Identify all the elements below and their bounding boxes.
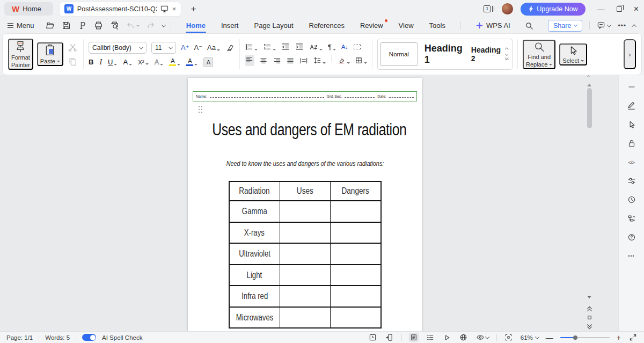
- reading-view-icon[interactable]: [442, 333, 452, 342]
- align-center-button[interactable]: [259, 56, 268, 64]
- more-tools-icon[interactable]: •••: [626, 252, 638, 260]
- justify-button[interactable]: [286, 56, 295, 64]
- font-color-button[interactable]: A: [186, 58, 197, 67]
- eye-comfort-button[interactable]: [475, 333, 489, 342]
- upgrade-now-button[interactable]: Upgrade Now: [521, 3, 585, 16]
- customize-qat-icon[interactable]: [161, 23, 165, 27]
- character-shading-button[interactable]: A: [203, 57, 213, 67]
- text-effects-button[interactable]: A: [155, 58, 164, 66]
- tab-home[interactable]: Home: [186, 19, 206, 32]
- browse-object-icon[interactable]: [586, 315, 594, 320]
- tab-references[interactable]: References: [309, 19, 345, 32]
- vertical-scrollbar[interactable]: ⁙: [585, 75, 595, 331]
- row-label-cell[interactable]: Ultraviolet: [229, 243, 280, 265]
- sort-button[interactable]: A↓: [341, 43, 348, 50]
- code-tools-icon[interactable]: </>: [626, 158, 638, 166]
- style-heading1[interactable]: Heading 1: [420, 43, 467, 65]
- row-label-cell[interactable]: Infra red: [229, 286, 280, 307]
- collapse-ribbon-icon[interactable]: [632, 24, 636, 28]
- collapse-panel-icon[interactable]: [626, 83, 638, 91]
- grow-font-button[interactable]: A⁺: [181, 43, 189, 52]
- bullets-button[interactable]: [245, 43, 258, 51]
- scroll-grip-icon[interactable]: ⁙: [587, 75, 590, 78]
- minimize-button[interactable]: —: [597, 5, 605, 13]
- change-case-button[interactable]: Aa: [207, 43, 220, 52]
- copy-icon[interactable]: [68, 57, 77, 66]
- font-name-select[interactable]: Calibri (Body): [89, 42, 147, 54]
- web-layout-icon[interactable]: [459, 333, 469, 342]
- empty-cell[interactable]: [331, 222, 381, 244]
- styles-scroll-up-icon[interactable]: [505, 48, 508, 51]
- mobile-view-icon[interactable]: [385, 333, 394, 342]
- document-subtitle[interactable]: Need to know the uses and dangers of the…: [188, 159, 422, 167]
- table-move-handle[interactable]: [199, 106, 203, 113]
- share-button[interactable]: Share: [548, 20, 582, 32]
- empty-cell[interactable]: [331, 243, 381, 265]
- scrollbar-thumb[interactable]: [587, 88, 592, 128]
- export-pdf-icon[interactable]: [78, 21, 87, 30]
- empty-cell[interactable]: [280, 243, 331, 265]
- page-setup-icon[interactable]: [354, 45, 361, 49]
- highlight-color-button[interactable]: A: [169, 58, 180, 67]
- empty-cell[interactable]: [280, 265, 331, 286]
- search-icon[interactable]: [525, 21, 533, 30]
- history-icon[interactable]: [626, 195, 638, 204]
- tab-view[interactable]: View: [398, 19, 414, 32]
- numbering-button[interactable]: [263, 43, 276, 51]
- empty-cell[interactable]: [331, 201, 381, 222]
- align-right-button[interactable]: [273, 56, 281, 64]
- distribute-button[interactable]: [299, 56, 308, 64]
- format-painter-button[interactable]: Format Painter: [8, 39, 33, 70]
- lock-icon[interactable]: [626, 139, 638, 148]
- font-size-select[interactable]: 11: [151, 42, 176, 54]
- styles-scroll-down-icon[interactable]: [505, 52, 508, 55]
- bold-button[interactable]: B: [89, 58, 93, 66]
- window-manager-icon[interactable]: 1: [484, 5, 494, 13]
- undo-button[interactable]: [126, 21, 140, 30]
- zoom-level-control[interactable]: 61%: [521, 334, 539, 341]
- character-scale-button[interactable]: [309, 43, 323, 51]
- row-label-cell[interactable]: Microwaves: [229, 307, 280, 329]
- ribbon-expand-button[interactable]: ›: [624, 39, 636, 69]
- navigation-pane-icon[interactable]: [626, 214, 638, 223]
- empty-cell[interactable]: [331, 307, 381, 329]
- print-preview-icon[interactable]: [110, 21, 119, 30]
- wps-ai-button[interactable]: WPS AI: [475, 21, 510, 30]
- fullscreen-icon[interactable]: [628, 333, 638, 342]
- zoom-slider[interactable]: [560, 334, 610, 341]
- increase-indent-icon[interactable]: [295, 43, 304, 51]
- empty-cell[interactable]: [280, 201, 331, 222]
- date-blank-line[interactable]: [389, 95, 414, 98]
- open-file-icon[interactable]: [46, 21, 55, 30]
- row-label-cell[interactable]: Gamma: [229, 201, 280, 222]
- monitor-icon[interactable]: [160, 5, 169, 12]
- comments-button[interactable]: [597, 21, 611, 30]
- document-title[interactable]: Uses and dangers of EM radiation: [188, 120, 422, 140]
- document-tab[interactable]: W PostAssessment-SCI10-Q2WK3 ×: [60, 2, 181, 16]
- settings-sliders-icon[interactable]: [626, 177, 638, 185]
- document-area[interactable]: Name: Gr& Sec. Date: Uses and dangers of…: [0, 75, 618, 331]
- styles-more-icon[interactable]: [505, 56, 508, 59]
- select-tool-icon[interactable]: [626, 120, 638, 129]
- header-cell-uses[interactable]: Uses: [280, 181, 331, 201]
- restore-button[interactable]: [617, 6, 622, 12]
- tab-tools[interactable]: Tools: [429, 19, 446, 32]
- row-label-cell[interactable]: X-rays: [229, 222, 280, 244]
- save-icon[interactable]: [62, 21, 71, 30]
- more-options-icon[interactable]: •••: [618, 22, 626, 30]
- outline-view-icon[interactable]: [426, 333, 435, 342]
- paragraph-marks-button[interactable]: ¶: [328, 43, 336, 51]
- spellcheck-toggle[interactable]: [82, 334, 96, 341]
- menu-button[interactable]: Menu: [8, 21, 34, 30]
- task-window-icon[interactable]: [368, 333, 378, 342]
- borders-button[interactable]: [355, 56, 367, 64]
- paste-button[interactable]: Paste: [37, 42, 63, 66]
- grsec-blank-line[interactable]: [345, 95, 375, 98]
- close-document-icon[interactable]: ×: [172, 5, 177, 13]
- header-cell-radiation[interactable]: Radiation: [229, 181, 280, 201]
- zoom-in-button[interactable]: +: [617, 333, 621, 342]
- select-button[interactable]: Select: [559, 43, 587, 65]
- word-count[interactable]: Words: 5: [45, 334, 70, 341]
- fit-page-icon[interactable]: [504, 333, 514, 342]
- signature-pen-icon[interactable]: [626, 101, 638, 110]
